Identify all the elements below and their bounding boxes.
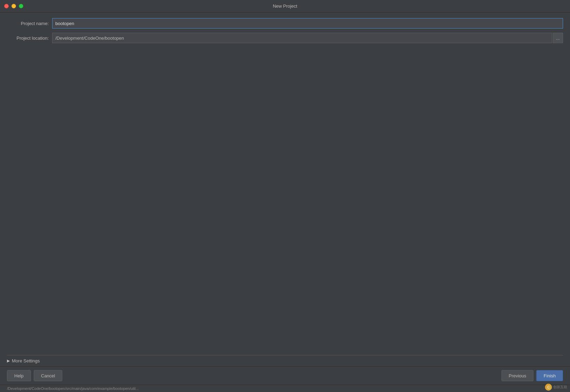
dialog-content: Project name: Project location: ... ▶ Mo… (0, 13, 570, 366)
status-text: /Development/CodeOne/bootopen/src/main/j… (7, 386, 139, 391)
previous-button[interactable]: Previous (501, 370, 534, 381)
right-buttons: Previous Finish (501, 370, 563, 381)
left-buttons: Help Cancel (7, 370, 62, 381)
project-location-input[interactable] (52, 33, 552, 43)
close-button[interactable] (4, 4, 9, 8)
project-name-input[interactable] (52, 18, 563, 29)
maximize-button[interactable] (19, 4, 23, 8)
watermark-logo: C (545, 384, 552, 391)
browse-button[interactable]: ... (553, 33, 563, 43)
more-settings-section[interactable]: ▶ More Settings (7, 355, 563, 366)
project-location-row: Project location: ... (7, 33, 563, 43)
help-button[interactable]: Help (7, 370, 31, 381)
more-settings-arrow-icon: ▶ (7, 359, 10, 363)
status-bar: /Development/CodeOne/bootopen/src/main/j… (0, 385, 570, 392)
cancel-button[interactable]: Cancel (34, 370, 62, 381)
more-settings-label: More Settings (12, 358, 40, 363)
title-bar: New Project (0, 0, 570, 13)
project-name-label: Project name: (7, 21, 52, 26)
project-location-label: Project location: (7, 36, 52, 41)
minimize-button[interactable] (11, 4, 16, 8)
content-spacer (7, 47, 563, 355)
watermark-text: 创新互联 (553, 385, 567, 390)
bottom-bar: Help Cancel Previous Finish (0, 366, 570, 385)
traffic-lights (4, 4, 23, 8)
project-name-row: Project name: (7, 18, 563, 29)
finish-button[interactable]: Finish (536, 370, 563, 381)
watermark: C 创新互联 (545, 384, 567, 391)
window-title: New Project (273, 3, 297, 9)
